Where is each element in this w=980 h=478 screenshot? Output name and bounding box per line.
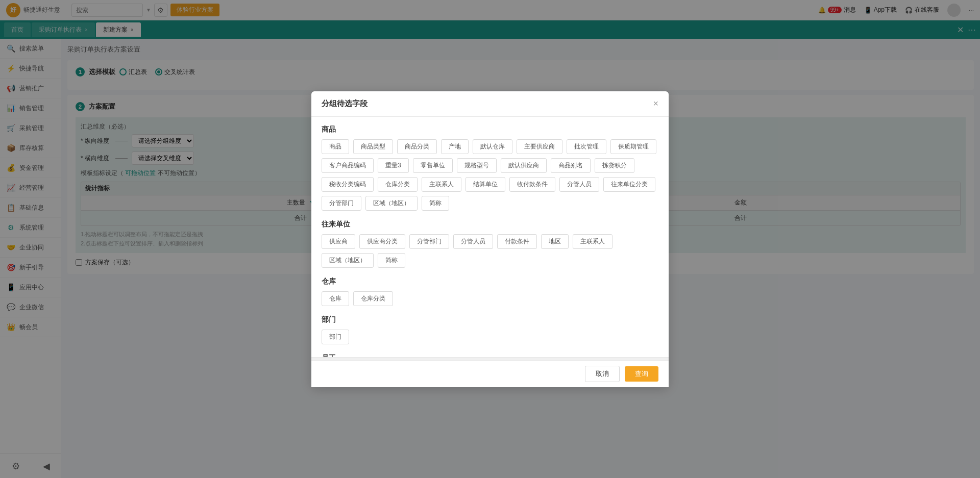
field-tag-1-1[interactable]: 供应商分类: [359, 234, 405, 249]
field-tag-0-20[interactable]: 分管人员: [559, 177, 599, 192]
field-group-2: 仓库仓库仓库分类: [322, 277, 658, 306]
field-tag-2-0[interactable]: 仓库: [322, 291, 349, 306]
modal-body: 商品商品商品类型商品分类产地默认仓库主要供应商批次管理保质期管理客户商品编码重量…: [311, 117, 669, 357]
field-group-4: 员工业务员: [322, 354, 658, 357]
modal-overlay: 分组待选字段 × 商品商品商品类型商品分类产地默认仓库主要供应商批次管理保质期管…: [0, 0, 980, 478]
field-tag-1-5[interactable]: 地区: [541, 234, 569, 249]
field-tag-0-5[interactable]: 主要供应商: [517, 139, 562, 154]
field-tag-1-4[interactable]: 付款条件: [497, 234, 537, 249]
field-tags-2: 仓库仓库分类: [322, 291, 658, 306]
field-tag-0-8[interactable]: 客户商品编码: [322, 158, 374, 173]
field-tag-0-15[interactable]: 税收分类编码: [322, 177, 374, 192]
modal-title: 分组待选字段: [322, 99, 368, 109]
field-tag-0-22[interactable]: 分管部门: [322, 196, 361, 211]
field-tag-0-24[interactable]: 简称: [422, 196, 449, 211]
field-tag-0-4[interactable]: 默认仓库: [473, 139, 512, 154]
field-tag-0-3[interactable]: 产地: [441, 139, 469, 154]
field-tag-0-19[interactable]: 收付款条件: [509, 177, 555, 192]
modal-footer: 取消 查询: [311, 360, 669, 387]
field-tag-0-16[interactable]: 仓库分类: [378, 177, 418, 192]
field-tag-1-6[interactable]: 主联系人: [573, 234, 612, 249]
field-tags-1: 供应商供应商分类分管部门分管人员付款条件地区主联系人区域（地区）简称: [322, 234, 658, 268]
field-group-title-3: 部门: [322, 315, 658, 324]
field-tag-1-7[interactable]: 区域（地区）: [322, 253, 374, 268]
modal-cancel-btn[interactable]: 取消: [585, 366, 620, 382]
modal-confirm-btn[interactable]: 查询: [625, 366, 658, 382]
field-tag-0-14[interactable]: 拣货积分: [595, 158, 634, 173]
field-tag-0-21[interactable]: 往来单位分类: [603, 177, 655, 192]
field-tag-2-1[interactable]: 仓库分类: [353, 291, 393, 306]
modal-close-btn[interactable]: ×: [653, 98, 658, 109]
field-group-title-4: 员工: [322, 354, 658, 357]
field-tag-0-18[interactable]: 结算单位: [465, 177, 505, 192]
field-group-title-0: 商品: [322, 125, 658, 134]
field-tag-0-2[interactable]: 商品分类: [397, 139, 437, 154]
field-tag-0-12[interactable]: 默认供应商: [501, 158, 547, 173]
field-tag-0-9[interactable]: 重量3: [378, 158, 409, 173]
field-tags-3: 部门: [322, 330, 658, 344]
field-tag-0-1[interactable]: 商品类型: [353, 139, 393, 154]
modal: 分组待选字段 × 商品商品商品类型商品分类产地默认仓库主要供应商批次管理保质期管…: [311, 91, 669, 387]
field-tag-1-2[interactable]: 分管部门: [409, 234, 449, 249]
field-tag-0-13[interactable]: 商品别名: [551, 158, 591, 173]
field-tag-3-0[interactable]: 部门: [322, 330, 349, 344]
field-tag-1-8[interactable]: 简称: [378, 253, 405, 268]
field-tag-0-11[interactable]: 规格型号: [457, 158, 497, 173]
field-tag-0-23[interactable]: 区域（地区）: [365, 196, 418, 211]
field-group-1: 往来单位供应商供应商分类分管部门分管人员付款条件地区主联系人区域（地区）简称: [322, 220, 658, 268]
modal-header: 分组待选字段 ×: [311, 91, 669, 117]
field-tag-1-0[interactable]: 供应商: [322, 234, 355, 249]
field-group-0: 商品商品商品类型商品分类产地默认仓库主要供应商批次管理保质期管理客户商品编码重量…: [322, 125, 658, 211]
field-tag-0-6[interactable]: 批次管理: [567, 139, 606, 154]
field-tag-0-0[interactable]: 商品: [322, 139, 349, 154]
field-tag-0-10[interactable]: 零售单位: [413, 158, 453, 173]
field-group-title-1: 往来单位: [322, 220, 658, 229]
field-group-title-2: 仓库: [322, 277, 658, 286]
field-tags-0: 商品商品类型商品分类产地默认仓库主要供应商批次管理保质期管理客户商品编码重量3零…: [322, 139, 658, 211]
field-group-3: 部门部门: [322, 315, 658, 344]
field-tag-0-17[interactable]: 主联系人: [422, 177, 461, 192]
field-tag-1-3[interactable]: 分管人员: [453, 234, 493, 249]
field-tag-0-7[interactable]: 保质期管理: [610, 139, 656, 154]
